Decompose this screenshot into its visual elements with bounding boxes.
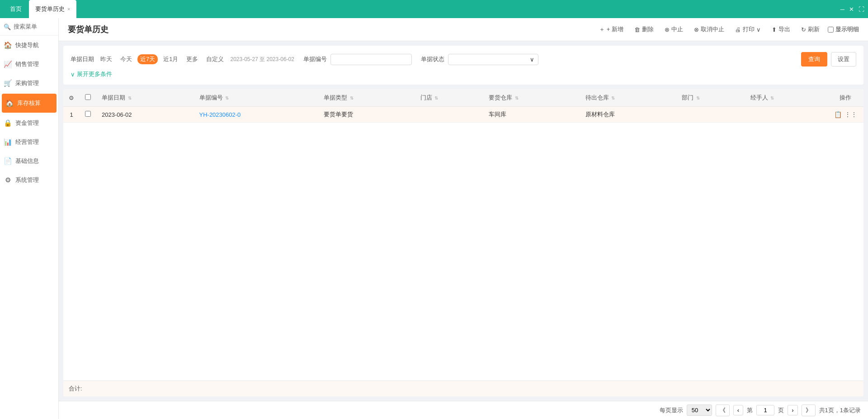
first-page-button[interactable]: 《 [716,405,730,416]
col-header-date: 单据日期 ⇅ [96,89,194,107]
next-page-button[interactable]: › [788,405,797,415]
row-req-warehouse: 车间库 [483,107,580,123]
order-no-sort-icon[interactable]: ⇅ [225,95,229,100]
content-area: 要货单历史 ＋ + 新增 🗑 删除 ⊗ 中止 ⊗ 取消中止 [59,18,868,419]
cancel-suspend-icon: ⊗ [694,26,699,33]
display-detail-checkbox[interactable] [828,27,834,33]
sidebar: 🔍 搜索菜单 🏠 快捷导航 📈 销售管理 🛒 采购管理 🏠 库存核算 🔒 资金管… [0,18,59,419]
row-delete-icon[interactable]: ⋮⋮ [844,111,857,118]
status-select-arrow: ∨ [530,56,534,63]
row-checkbox[interactable] [80,107,96,123]
sidebar-item-finance-mgmt[interactable]: 🔒 资金管理 [0,114,58,133]
system-icon: ⚙ [4,176,12,184]
date-range-display: 2023-05-27 至 2023-06-02 [230,56,294,63]
col-header-department: 部门 ⇅ [676,89,745,107]
date-sort-icon[interactable]: ⇅ [128,95,132,100]
delete-icon: 🗑 [634,26,640,33]
sales-icon: 📈 [4,60,12,68]
col-header-req-warehouse: 要货仓库 ⇅ [483,89,580,107]
expand-filter-button[interactable]: ∨ 展开更多条件 [71,70,856,78]
minimize-icon[interactable]: ─ [840,6,844,13]
suspend-button[interactable]: ⊗ 中止 [662,24,686,35]
order-no-link[interactable]: YH-20230602-0 [199,111,241,118]
total-info: 共1页，1条记录 [819,406,861,414]
refresh-button[interactable]: ↻ 刷新 [798,24,822,35]
sidebar-item-quick-nav[interactable]: 🏠 快捷导航 [0,36,58,55]
row-handler [745,107,828,123]
tab-requisition-history[interactable]: 要货单历史 × [29,0,76,18]
table-footer: 合计: [63,381,863,396]
sidebar-item-basic-info[interactable]: 📄 基础信息 [0,152,58,171]
row-edit-icon[interactable]: 📋 [834,111,842,118]
handler-sort-icon[interactable]: ⇅ [770,95,774,100]
suspend-icon: ⊗ [665,26,670,33]
filter-date: 单据日期 昨天 今天 近7天 近1月 更多 自定义 2023-05-27 至 2… [71,54,294,64]
top-bar-right: ─ ✕ ⛶ [840,6,864,13]
filter-row: 单据日期 昨天 今天 近7天 近1月 更多 自定义 2023-05-27 至 2… [71,52,856,67]
page-size-select[interactable]: 50 10 20 100 [687,405,712,416]
new-icon: ＋ [599,25,605,33]
row-department [676,107,745,123]
date-more[interactable]: 更多 [184,54,201,64]
req-warehouse-sort-icon[interactable]: ⇅ [515,95,519,100]
table-wrap: ⚙ 单据日期 ⇅ 单据编号 ⇅ 单据类型 [63,89,863,381]
print-button[interactable]: 🖨 打印 ∨ [732,24,764,35]
table-row: 1 2023-06-02 YH-20230602-0 要货单要货 车间库 原材料… [63,107,863,123]
search-icon: 🔍 [4,24,11,30]
row-pending-warehouse: 原材料仓库 [580,107,676,123]
sidebar-item-purchase-mgmt[interactable]: 🛒 采购管理 [0,74,58,93]
new-button[interactable]: ＋ + 新增 [596,24,626,35]
date-custom[interactable]: 自定义 [203,54,226,64]
filter-area: 单据日期 昨天 今天 近7天 近1月 更多 自定义 2023-05-27 至 2… [63,46,863,85]
store-sort-icon[interactable]: ⇅ [434,95,438,100]
row-order-no[interactable]: YH-20230602-0 [194,107,319,123]
table-header-row: ⚙ 单据日期 ⇅ 单据编号 ⇅ 单据类型 [63,89,863,107]
table-body: 1 2023-06-02 YH-20230602-0 要货单要货 车间库 原材料… [63,107,863,123]
sidebar-item-sales-mgmt[interactable]: 📈 销售管理 [0,55,58,74]
home-icon: 🏠 [4,41,12,49]
toolbar: ＋ + 新增 🗑 删除 ⊗ 中止 ⊗ 取消中止 🖨 打印 [596,24,859,35]
pending-warehouse-sort-icon[interactable]: ⇅ [611,95,615,100]
display-detail-toggle[interactable]: 显示明细 [828,25,859,33]
col-header-order-type: 单据类型 ⇅ [318,89,415,107]
date-last1month[interactable]: 近1月 [160,54,181,64]
row-select-checkbox[interactable] [85,111,91,117]
purchase-icon: 🛒 [4,79,12,87]
sidebar-item-system-mgmt[interactable]: ⚙ 系统管理 [0,171,58,190]
cancel-suspend-button[interactable]: ⊗ 取消中止 [691,24,727,35]
delete-button[interactable]: 🗑 删除 [632,24,656,35]
tab-home[interactable]: 首页 [4,0,28,18]
settings-button[interactable]: 设置 [831,52,856,67]
sidebar-item-operations-mgmt[interactable]: 📊 经营管理 [0,133,58,152]
order-no-input[interactable] [330,54,412,65]
order-type-sort-icon[interactable]: ⇅ [350,95,354,100]
action-icons: 📋 ⋮⋮ [833,111,858,118]
export-button[interactable]: ⬆ 导出 [769,24,793,35]
col-header-pending-warehouse: 待出仓库 ⇅ [580,89,676,107]
close-window-icon[interactable]: ✕ [849,6,854,13]
basic-info-icon: 📄 [4,157,12,165]
sidebar-item-inventory[interactable]: 🏠 库存核算 [2,94,57,113]
search-button[interactable]: 查询 [801,52,827,67]
date-today[interactable]: 今天 [118,54,135,64]
page-number-input[interactable] [756,405,774,415]
date-yesterday[interactable]: 昨天 [98,54,115,64]
department-sort-icon[interactable]: ⇅ [696,95,700,100]
page-title: 要货单历史 [68,24,108,35]
col-header-settings: ⚙ [63,89,80,107]
fullscreen-icon[interactable]: ⛶ [859,6,864,13]
last-page-button[interactable]: 》 [802,405,816,416]
prev-page-button[interactable]: ‹ [733,405,743,415]
tab-close-icon[interactable]: × [67,6,70,12]
status-select[interactable]: ∨ [448,54,538,65]
operations-icon: 📊 [4,138,12,146]
refresh-icon: ↻ [801,26,806,33]
data-table: ⚙ 单据日期 ⇅ 单据编号 ⇅ 单据类型 [63,89,863,123]
main-layout: 🔍 搜索菜单 🏠 快捷导航 📈 销售管理 🛒 采购管理 🏠 库存核算 🔒 资金管… [0,18,868,419]
col-header-store: 门店 ⇅ [415,89,484,107]
sidebar-search[interactable]: 🔍 搜索菜单 [0,18,58,36]
col-header-checkbox[interactable] [80,89,96,107]
filter-status: 单据状态 ∨ [421,54,538,65]
date-last7days[interactable]: 近7天 [137,54,158,64]
select-all-checkbox[interactable] [85,94,91,100]
